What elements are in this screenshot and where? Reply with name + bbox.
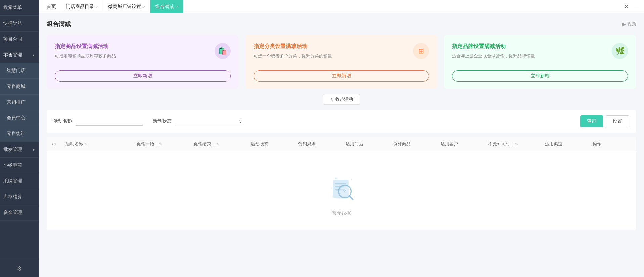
window-close-icon[interactable]: ✕ bbox=[623, 3, 630, 10]
sidebar-item-purchase[interactable]: 采购管理 bbox=[0, 173, 39, 189]
sidebar-item-wholesale[interactable]: 批发管理 ▼ bbox=[0, 142, 39, 158]
sidebar-item-marketing[interactable]: 营销推广 bbox=[0, 95, 39, 110]
collapse-activities-btn[interactable]: ∧ 收起活动 bbox=[323, 94, 360, 105]
sidebar-item-fund[interactable]: 资金管理 bbox=[0, 205, 39, 221]
tab-store-catalog[interactable]: 门店商品目录 × bbox=[61, 0, 103, 13]
th-notallow-label: 不允许同时... bbox=[488, 141, 514, 147]
sidebar-item-ecommerce[interactable]: 小畅电商 bbox=[0, 158, 39, 173]
tab-close-store-catalog[interactable]: × bbox=[96, 4, 98, 9]
th-goods-label: 适用商品 bbox=[346, 141, 363, 147]
sort-icon-notallow[interactable]: ⇅ bbox=[515, 142, 518, 146]
sidebar-item-project-contract[interactable]: 项目合同 bbox=[0, 32, 39, 47]
settings-btn[interactable]: 设置 bbox=[606, 115, 629, 127]
empty-illustration: ? bbox=[325, 171, 358, 205]
card-brand-add-btn[interactable]: 立即新增 bbox=[452, 70, 628, 82]
settings-icon: ⚙ bbox=[52, 142, 56, 147]
th-end-label: 促销结束... bbox=[194, 141, 215, 147]
th-ops: 操作 bbox=[593, 141, 631, 147]
th-status-label: 活动状态 bbox=[251, 141, 268, 147]
svg-point-11 bbox=[331, 187, 332, 188]
th-channel-label: 适用渠道 bbox=[545, 141, 562, 147]
th-notallow: 不允许同时... ⇅ bbox=[488, 141, 545, 147]
tab-close-combo-discount[interactable]: × bbox=[176, 4, 178, 9]
tab-window-actions: ✕ — bbox=[623, 3, 641, 10]
search-status-field: 活动状态 ∨ bbox=[153, 118, 242, 125]
th-name-label: 活动名称 bbox=[65, 141, 83, 147]
th-status: 活动状态 bbox=[251, 141, 298, 147]
card-brand-desc: 适合与上游企业联合做营销，提升品牌销量 bbox=[452, 53, 628, 60]
chevron-up-icon: ∧ bbox=[330, 97, 333, 102]
empty-state: ? 暂无数据 bbox=[47, 151, 636, 230]
brand-card-icon: 🌿 bbox=[612, 43, 628, 59]
search-bar: 活动名称 活动状态 ∨ 查询 设置 bbox=[47, 110, 636, 133]
sidebar-search[interactable]: 搜索菜单 bbox=[0, 0, 39, 16]
sidebar-item-member-center[interactable]: 会员中心 bbox=[0, 110, 39, 126]
tab-close-wechat-settings[interactable]: × bbox=[143, 4, 145, 9]
card-specify-category: 指定分类设置满减活动 可选一个或者多个分类，提升分类的销量 ⊞ 立即新增 bbox=[245, 35, 438, 89]
card-category-title: 指定分类设置满减活动 bbox=[254, 43, 429, 50]
main-area: 首页 门店商品目录 × 微商城店铺设置 × 组合满减 × ✕ — 组合满减 ▶ … bbox=[39, 0, 644, 277]
tab-home[interactable]: 首页 bbox=[42, 0, 61, 13]
category-card-icon: ⊞ bbox=[413, 43, 429, 59]
th-customer-label: 适用客户 bbox=[441, 141, 458, 147]
window-minimize-icon[interactable]: — bbox=[633, 4, 641, 10]
sidebar-item-inventory[interactable]: 库存核算 bbox=[0, 189, 39, 205]
promo-cards-row: 指定商品设置满减活动 可指定滞销商品或库存较多商品 🛍️ 立即新增 指定分类设置… bbox=[47, 35, 636, 89]
svg-text:?: ? bbox=[343, 189, 346, 194]
sidebar-item-retail-management[interactable]: 零售管理 ▲ bbox=[0, 47, 39, 63]
card-specify-brand: 指定品牌设置满减活动 适合与上游企业联合做营销，提升品牌销量 🌿 立即新增 bbox=[444, 35, 636, 89]
search-name-label: 活动名称 bbox=[53, 118, 72, 124]
tab-wechat-settings[interactable]: 微商城店铺设置 × bbox=[103, 0, 150, 13]
page-header: 组合满减 ▶ 视频 bbox=[47, 20, 636, 28]
card-category-add-btn[interactable]: 立即新增 bbox=[254, 70, 429, 82]
sidebar-item-retail-mall[interactable]: 零售商城 bbox=[0, 79, 39, 95]
sidebar: 搜索菜单 快捷导航 项目合同 零售管理 ▲ 智慧门店 零售商城 营销推广 会员中… bbox=[0, 0, 39, 277]
th-exception: 例外商品 bbox=[393, 141, 441, 147]
card-goods-add-btn[interactable]: 立即新增 bbox=[55, 70, 231, 82]
query-btn[interactable]: 查询 bbox=[580, 115, 603, 127]
th-start-label: 促销开始... bbox=[137, 141, 158, 147]
goods-card-icon: 🛍️ bbox=[215, 43, 231, 59]
svg-point-10 bbox=[351, 179, 352, 180]
search-actions: 查询 设置 bbox=[580, 115, 629, 127]
empty-text: 暂无数据 bbox=[332, 210, 351, 216]
sort-icon-end[interactable]: ⇅ bbox=[216, 142, 219, 146]
th-customer: 适用客户 bbox=[441, 141, 488, 147]
sidebar-item-smart-store[interactable]: 智慧门店 bbox=[0, 63, 39, 79]
search-name-input[interactable] bbox=[76, 117, 143, 126]
search-name-field: 活动名称 bbox=[53, 117, 143, 126]
th-rule: 促销规则 bbox=[298, 141, 346, 147]
tab-combo-discount[interactable]: 组合满减 × bbox=[150, 0, 183, 13]
th-rule-label: 促销规则 bbox=[298, 141, 316, 147]
gear-icon[interactable]: ⚙ bbox=[17, 265, 22, 272]
search-status-label: 活动状态 bbox=[153, 118, 172, 124]
sidebar-item-quick-nav[interactable]: 快捷导航 bbox=[0, 16, 39, 32]
th-goods: 适用商品 bbox=[346, 141, 393, 147]
search-status-select[interactable]: ∨ bbox=[175, 118, 242, 125]
chevron-up-icon: ▲ bbox=[32, 53, 35, 57]
card-goods-title: 指定商品设置满减活动 bbox=[55, 43, 231, 50]
card-goods-desc: 可指定滞销商品或库存较多商品 bbox=[55, 53, 231, 60]
tab-bar: 首页 门店商品目录 × 微商城店铺设置 × 组合满减 × ✕ — bbox=[39, 0, 644, 13]
card-category-desc: 可选一个或者多个分类，提升分类的销量 bbox=[254, 53, 429, 60]
card-brand-title: 指定品牌设置满减活动 bbox=[452, 43, 628, 50]
sidebar-item-retail-stats[interactable]: 零售统计 bbox=[0, 126, 39, 142]
table-header-row: ⚙ 活动名称 ⇅ 促销开始... ⇅ 促销结束... ⇅ 活动状态 bbox=[47, 137, 636, 151]
sidebar-bottom: ⚙ bbox=[0, 260, 39, 277]
svg-point-9 bbox=[335, 177, 336, 179]
th-settings[interactable]: ⚙ bbox=[52, 142, 65, 147]
th-start: 促销开始... ⇅ bbox=[137, 141, 194, 147]
sort-icon-start[interactable]: ⇅ bbox=[159, 142, 162, 146]
svg-rect-2 bbox=[335, 183, 346, 184]
th-name: 活动名称 ⇅ bbox=[65, 141, 137, 147]
collapse-btn-area: ∧ 收起活动 bbox=[47, 94, 636, 105]
play-icon: ▶ bbox=[622, 21, 626, 27]
chevron-down-icon: ▼ bbox=[32, 148, 35, 152]
th-channel: 适用渠道 bbox=[545, 141, 592, 147]
th-end: 促销结束... ⇅ bbox=[194, 141, 251, 147]
sort-icon-name[interactable]: ⇅ bbox=[84, 142, 87, 146]
th-ops-label: 操作 bbox=[593, 141, 601, 147]
page-content: 组合满减 ▶ 视频 指定商品设置满减活动 可指定滞销商品或库存较多商品 🛍️ 立… bbox=[39, 13, 644, 277]
video-link[interactable]: ▶ 视频 bbox=[622, 21, 636, 27]
data-table: ⚙ 活动名称 ⇅ 促销开始... ⇅ 促销结束... ⇅ 活动状态 bbox=[47, 137, 636, 230]
